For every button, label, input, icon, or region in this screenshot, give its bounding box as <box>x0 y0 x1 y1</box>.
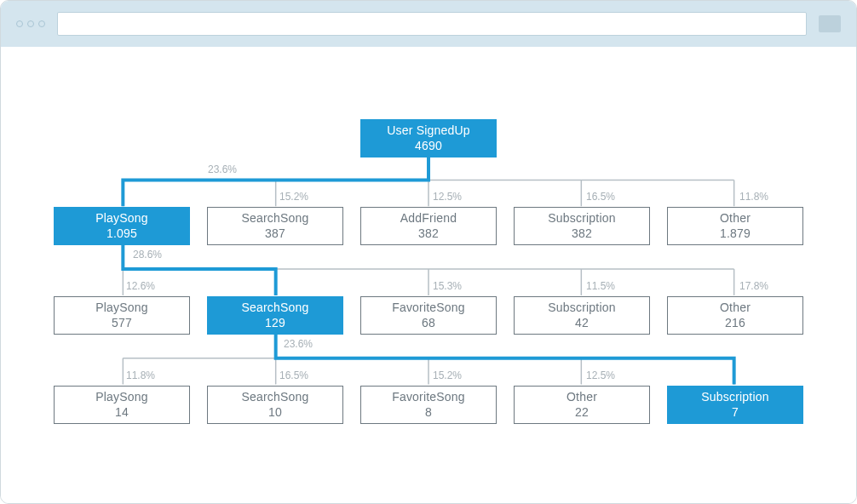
edge-pct: 16.5% <box>279 369 308 381</box>
edge-pct: 11.8% <box>126 369 155 381</box>
menu-button[interactable] <box>819 15 841 32</box>
node-value: 382 <box>361 226 496 242</box>
node-l3-2[interactable]: FavoriteSong 8 <box>360 386 497 424</box>
edge-pct: 15.3% <box>433 280 462 292</box>
node-label: Subscription <box>515 301 649 316</box>
node-label: FavoriteSong <box>361 301 496 316</box>
edge-pct: 12.5% <box>433 191 462 203</box>
node-label: User SignedUp <box>361 123 496 139</box>
edge-pct: 11.5% <box>586 280 615 292</box>
node-label: AddFriend <box>361 211 496 226</box>
flow-canvas: User SignedUp 4690 23.6% 15.2% 12.5% 16.… <box>1 47 856 503</box>
url-input[interactable] <box>57 12 807 36</box>
node-value: 577 <box>55 316 189 331</box>
node-label: PlaySong <box>55 390 189 405</box>
edge-pct: 12.5% <box>586 369 615 381</box>
node-label: Subscription <box>668 390 802 405</box>
node-l2-3[interactable]: Subscription 42 <box>514 296 650 335</box>
edge-pct: 23.6% <box>208 163 237 175</box>
node-value: 1.879 <box>668 226 802 242</box>
edge-pct: 11.8% <box>739 191 768 203</box>
edge-pct: 15.2% <box>279 191 308 203</box>
node-l1-1[interactable]: SearchSong 387 <box>207 207 343 245</box>
node-label: Other <box>515 390 649 405</box>
browser-toolbar <box>1 1 856 47</box>
node-value: 14 <box>55 405 189 421</box>
node-label: PlaySong <box>55 211 189 226</box>
node-label: Subscription <box>515 211 649 226</box>
node-value: 68 <box>361 316 496 331</box>
node-label: SearchSong <box>208 301 342 316</box>
node-value: 382 <box>515 226 649 242</box>
node-label: Other <box>668 301 802 316</box>
edge-pct: 16.5% <box>586 191 615 203</box>
node-value: 129 <box>208 316 342 331</box>
node-label: SearchSong <box>208 390 342 405</box>
node-value: 4690 <box>361 139 496 154</box>
node-value: 1.095 <box>55 226 189 242</box>
node-l3-3[interactable]: Other 22 <box>514 386 650 424</box>
node-l1-4[interactable]: Other 1.879 <box>667 207 803 245</box>
browser-frame: User SignedUp 4690 23.6% 15.2% 12.5% 16.… <box>0 0 857 504</box>
edge-pct: 23.6% <box>284 338 313 350</box>
node-root[interactable]: User SignedUp 4690 <box>360 119 497 158</box>
node-value: 7 <box>668 405 802 421</box>
window-dot-icon <box>16 20 23 27</box>
node-value: 42 <box>515 316 649 331</box>
node-l2-1[interactable]: SearchSong 129 <box>207 296 343 335</box>
node-label: PlaySong <box>55 301 189 316</box>
node-value: 216 <box>668 316 802 331</box>
node-l2-0[interactable]: PlaySong 577 <box>54 296 190 335</box>
window-dot-icon <box>27 20 34 27</box>
node-l2-2[interactable]: FavoriteSong 68 <box>360 296 497 335</box>
window-controls <box>16 20 45 27</box>
connector-lines <box>1 47 856 503</box>
node-l1-0[interactable]: PlaySong 1.095 <box>54 207 190 245</box>
node-label: Other <box>668 211 802 226</box>
node-l3-4[interactable]: Subscription 7 <box>667 386 803 424</box>
node-l1-3[interactable]: Subscription 382 <box>514 207 650 245</box>
edge-pct: 15.2% <box>433 369 462 381</box>
node-label: FavoriteSong <box>361 390 496 405</box>
node-value: 22 <box>515 405 649 421</box>
node-value: 8 <box>361 405 496 421</box>
node-value: 10 <box>208 405 342 421</box>
node-l1-2[interactable]: AddFriend 382 <box>360 207 497 245</box>
node-value: 387 <box>208 226 342 242</box>
node-l3-0[interactable]: PlaySong 14 <box>54 386 190 424</box>
node-l3-1[interactable]: SearchSong 10 <box>207 386 343 424</box>
edge-pct: 28.6% <box>133 249 162 261</box>
edge-pct: 12.6% <box>126 280 155 292</box>
window-dot-icon <box>38 20 45 27</box>
node-l2-4[interactable]: Other 216 <box>667 296 803 335</box>
node-label: SearchSong <box>208 211 342 226</box>
edge-pct: 17.8% <box>739 280 768 292</box>
